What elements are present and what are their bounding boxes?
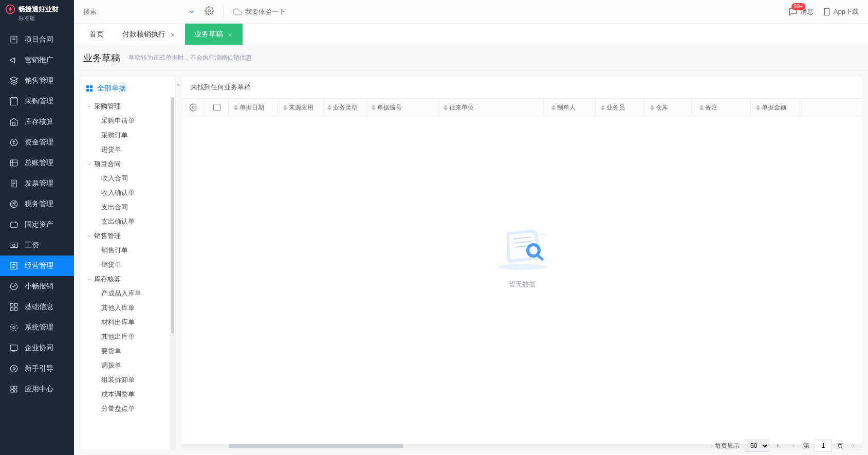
filter-head-all[interactable]: 全部单据 [80, 77, 175, 99]
column-header[interactable]: 备注 [694, 99, 751, 116]
filter-item[interactable]: 销售订单 [87, 243, 175, 258]
filter-group: 销售管理销售订单销货单 [80, 229, 175, 272]
tab-close-button[interactable] [227, 31, 233, 38]
svg-marker-57 [372, 105, 376, 107]
filter-group-toggle[interactable]: 库存核算 [87, 272, 175, 286]
nav-item-fund-mgmt[interactable]: 资金管理 [0, 132, 74, 153]
settings-button[interactable] [205, 6, 214, 17]
column-header[interactable]: 往来单位 [438, 99, 546, 116]
filter-item[interactable]: 销货单 [87, 258, 175, 272]
column-header[interactable]: 仓库 [645, 99, 694, 116]
tab-2[interactable]: 业务草稿 [185, 24, 243, 45]
nav-item-xiaochang-report[interactable]: 小畅报销 [0, 276, 74, 297]
filter-item[interactable]: 收入合同 [87, 171, 175, 186]
search-input[interactable] [83, 8, 186, 15]
filter-group: 库存核算产成品入库单其他入库单材料出库单其他出库单要货单调拨单组装拆卸单成本调整… [80, 272, 175, 416]
filter-item[interactable]: 产成品入库单 [87, 286, 175, 301]
filter-scrollbar[interactable] [170, 97, 175, 449]
svg-point-71 [497, 264, 547, 270]
filter-group-toggle[interactable]: 项目合同 [87, 157, 175, 171]
tab-close-button[interactable] [170, 31, 176, 38]
filter-item[interactable]: 其他出库单 [87, 330, 175, 344]
gear-icon [205, 6, 214, 15]
experience-link[interactable]: 我要体验一下 [233, 7, 285, 16]
nav-item-basic-info[interactable]: 基础信息 [0, 297, 74, 317]
nav-item-biz-mgmt[interactable]: 经营管理 [0, 256, 74, 276]
filter-item[interactable]: 采购申请单 [87, 114, 175, 128]
svg-marker-60 [444, 108, 448, 111]
nav-item-marketing[interactable]: 营销推广 [0, 50, 74, 70]
filter-group-toggle[interactable]: 采购管理 [87, 99, 175, 114]
filter-item[interactable]: 要货单 [87, 344, 175, 358]
nav-item-enterprise-collab[interactable]: 企业协同 [0, 338, 74, 358]
filter-group-toggle[interactable]: 销售管理 [87, 229, 175, 243]
prev-page-button[interactable] [789, 441, 798, 450]
chevron-left-double-icon [176, 81, 181, 88]
nav-item-invoice[interactable]: 发票管理 [0, 173, 74, 194]
filter-group: 项目合同收入合同收入确认单支出合同支出确认单 [80, 157, 175, 229]
column-header[interactable]: 来源应用 [278, 99, 322, 116]
messages-button[interactable]: 99+ 消息 [788, 7, 814, 16]
first-page-button[interactable] [774, 441, 784, 450]
tab-0[interactable]: 首页 [80, 24, 113, 45]
collapse-filter-panel[interactable] [176, 71, 181, 455]
filter-group-label: 库存核算 [94, 275, 121, 284]
nav-item-gl[interactable]: 总账管理 [0, 153, 74, 173]
phone-icon [823, 7, 831, 16]
column-header[interactable]: 业务员 [596, 99, 645, 116]
filter-item[interactable]: 材料出库单 [87, 315, 175, 330]
nav-item-payroll[interactable]: 工资 [0, 235, 74, 256]
chevron-down-icon[interactable] [188, 8, 195, 15]
horizontal-scrollbar-thumb[interactable] [229, 444, 403, 448]
filter-item[interactable]: 收入确认单 [87, 186, 175, 200]
nav-item-sales-mgmt[interactable]: 销售管理 [0, 70, 74, 91]
sort-icon [444, 105, 448, 111]
page-title: 业务草稿 [83, 52, 120, 64]
nav-item-project-contract[interactable]: 项目合同 [0, 29, 74, 50]
filter-item[interactable]: 成本调整单 [87, 387, 175, 402]
column-header[interactable]: 制单人 [546, 99, 596, 116]
tab-1[interactable]: 付款核销执行 [113, 24, 185, 45]
table-header: 单据日期来源应用业务类型单据编号往来单位制单人业务员仓库备注单据金额 [181, 98, 862, 117]
column-header[interactable]: 单据日期 [229, 99, 278, 116]
column-header[interactable]: 业务类型 [322, 99, 366, 116]
next-page-button[interactable] [848, 441, 858, 450]
filter-item[interactable]: 分量盘点单 [87, 402, 175, 416]
caret-down-icon [87, 104, 92, 109]
filter-item[interactable]: 支出确认单 [87, 214, 175, 229]
gear-icon [189, 103, 197, 112]
per-page-select[interactable]: 50 [745, 440, 769, 452]
nav-item-purchase-mgmt[interactable]: 采购管理 [0, 91, 74, 112]
filter-item[interactable]: 其他入库单 [87, 301, 175, 315]
search-box[interactable] [83, 8, 195, 15]
filter-item[interactable]: 调拨单 [87, 358, 175, 373]
empty-state-text: 暂无数据 [491, 280, 553, 289]
table-body: 暂无数据 [181, 117, 862, 443]
page-number-input[interactable] [815, 440, 832, 452]
nav-item-sys-mgmt[interactable]: 系统管理 [0, 317, 74, 338]
nav-item-tax[interactable]: 税务管理 [0, 194, 74, 214]
column-header[interactable]: 单据编号 [366, 99, 438, 116]
select-all-checkbox[interactable] [213, 104, 220, 111]
filter-item[interactable]: 进货单 [87, 142, 175, 157]
brand-name: 畅捷通好业财 [19, 5, 59, 14]
filter-item[interactable]: 支出合同 [87, 200, 175, 214]
svg-rect-31 [10, 345, 17, 351]
svg-marker-53 [283, 105, 287, 107]
filter-item[interactable]: 组装拆卸单 [87, 373, 175, 387]
topbar: 我要体验一下 99+ 消息 App下载 [74, 0, 868, 24]
nav-item-guide[interactable]: 新手引导 [0, 358, 74, 379]
nav-item-app-center[interactable]: 应用中心 [0, 379, 74, 399]
nav-item-inventory-acct[interactable]: 库存核算 [0, 112, 74, 132]
svg-marker-59 [444, 105, 448, 107]
filter-scrollbar-thumb[interactable] [171, 97, 174, 334]
app-download-button[interactable]: App下载 [823, 7, 859, 16]
sort-icon [601, 105, 605, 111]
nav-item-fixed-asset[interactable]: 固定资产 [0, 214, 74, 235]
filter-item[interactable]: 采购订单 [87, 128, 175, 142]
svg-marker-69 [756, 105, 760, 107]
select-all-cell [205, 99, 229, 116]
column-header[interactable]: 单据金额 [751, 99, 800, 116]
brand: 畅捷通好业财 [0, 0, 74, 15]
column-settings-button[interactable] [181, 99, 205, 116]
